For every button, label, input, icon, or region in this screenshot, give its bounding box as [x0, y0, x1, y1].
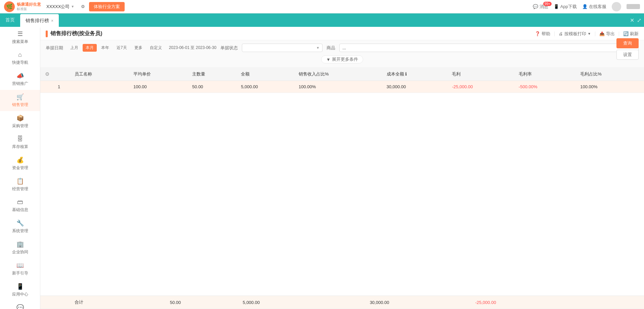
export-button[interactable]: 📤 导出 — [599, 31, 615, 37]
col-avg-price: 平均单价 — [129, 68, 188, 81]
col-cost-amount: 成本全额 ℹ — [383, 68, 448, 81]
tab-bar: 首页 销售排行榜 × ✕ ⤢ — [0, 13, 644, 27]
col-gross-margin: 毛利率 — [515, 68, 576, 81]
query-button[interactable]: 查询 — [616, 38, 639, 48]
service-icon: 👤 — [582, 4, 588, 9]
col-settings[interactable]: ⚙ — [40, 68, 54, 81]
rankings-table: ⚙ 员工名称 平均单价 主数量 全额 销售收入占比% 成本全额 ℹ 毛利 — [40, 68, 644, 93]
table-footer: 合计 50.00 5,000.00 30,000.00 -25,000.00 — [40, 296, 644, 309]
row-settings — [40, 81, 54, 93]
try-industry-button[interactable]: 体验行业方案 — [89, 2, 125, 11]
template-print-button[interactable]: 🖨 按模板打印 ▼ — [559, 31, 591, 37]
top-right-actions: 💬 消息 99+ 📱 App下载 👤 在线客服 — [533, 2, 640, 11]
guide-icon: 📖 — [16, 262, 24, 269]
expand-button[interactable]: ▼ 展开更多条件 — [321, 55, 363, 63]
basic-info-icon: 🗃 — [17, 199, 23, 206]
footer-settings-cell — [40, 296, 54, 309]
sidebar-item-purchase[interactable]: 📦 采购管理 — [0, 111, 40, 132]
message-button[interactable]: 💬 消息 99+ — [533, 4, 548, 10]
sidebar-item-marketing[interactable]: 📣 营销推广 — [0, 69, 40, 90]
status-label: 单据状态 — [220, 45, 238, 51]
sidebar-item-search[interactable]: ☰ 搜索菜单 — [0, 27, 40, 48]
footer-table: 合计 50.00 5,000.00 30,000.00 -25,000.00 — [40, 296, 644, 309]
inventory-icon: 🗄 — [17, 136, 23, 143]
cell-avg-price: 100.00 — [129, 81, 188, 93]
sidebar-item-sales[interactable]: 🛒 销售管理 — [0, 90, 40, 111]
avatar[interactable] — [612, 2, 621, 11]
user-name — [627, 4, 640, 9]
sidebar-item-inventory[interactable]: 🗄 库存核算 — [0, 132, 40, 153]
goods-label: 商品 — [327, 45, 335, 51]
operations-icon: 📋 — [16, 177, 24, 185]
col-name: 员工名称 — [71, 68, 129, 81]
tab-close-icon[interactable]: × — [51, 18, 53, 23]
status-placeholder — [245, 45, 246, 50]
cell-gross-margin: -500.00% — [515, 81, 576, 93]
main-layout: ☰ 搜索菜单 ⌂ 快捷导航 📣 营销推广 🛒 销售管理 📦 采购管理 🗄 库存核… — [0, 27, 644, 309]
sidebar-item-enterprise[interactable]: 🏢 企业协同 — [0, 237, 40, 258]
date-tab-custom[interactable]: 自定义 — [147, 44, 165, 52]
date-tab-more[interactable]: 更多 — [131, 44, 145, 52]
settings-icon[interactable]: ⚙ — [80, 3, 86, 10]
cell-rank: 1 — [54, 81, 71, 93]
cell-name — [71, 81, 129, 93]
app-download-button[interactable]: 📱 App下载 — [554, 4, 577, 10]
chevron-down-icon: ▼ — [588, 32, 591, 36]
refresh-button[interactable]: 🔄 刷新 — [623, 31, 639, 37]
sidebar-item-finance[interactable]: 💰 资金管理 — [0, 153, 40, 174]
date-label: 单据日期 — [46, 45, 63, 51]
col-rank — [54, 68, 71, 81]
tab-sales-ranking[interactable]: 销售排行榜 × — [20, 14, 59, 28]
online-service-button[interactable]: 👤 在线客服 — [582, 4, 606, 10]
status-select[interactable]: ▼ — [242, 44, 323, 52]
marketing-icon: 📣 — [16, 72, 24, 80]
help-button[interactable]: ❓ 帮助 — [535, 31, 550, 37]
window-close-icon[interactable]: ✕ — [630, 17, 634, 23]
tab-home[interactable]: 首页 — [0, 13, 20, 27]
date-tab-last-month[interactable]: 上月 — [67, 44, 81, 52]
sidebar-item-app-center[interactable]: 📱 应用中心 — [0, 279, 40, 301]
divider — [554, 32, 555, 36]
logo-icon: 🌿 — [4, 1, 15, 12]
col-sales-ratio: 销售收入占比% — [295, 68, 383, 81]
goods-placeholder: ... — [342, 45, 346, 50]
finance-icon: 💰 — [16, 156, 24, 164]
sidebar-item-operations[interactable]: 📋 经营管理 — [0, 174, 40, 195]
date-tab-current-year[interactable]: 本年 — [98, 44, 112, 52]
sidebar-item-system[interactable]: 🔧 系统管理 — [0, 216, 40, 237]
page-actions: ❓ 帮助 🖨 按模板打印 ▼ 📤 导出 — [535, 31, 639, 37]
footer-sales-ratio-empty — [335, 296, 366, 309]
col-gross-profit: 毛利 — [448, 68, 514, 81]
refresh-icon: 🔄 — [623, 31, 629, 36]
cell-amount: 5,000.00 — [237, 81, 295, 93]
cell-gross-profit: -25,000.00 — [448, 81, 514, 93]
filter-row-1: 单据日期 上月 本月 本年 近7天 更多 自定义 2023-06-01 至 20… — [46, 44, 639, 52]
company-selector[interactable]: XXXXX公司 ▼ — [44, 2, 77, 11]
cell-gross-ratio: 100.00% — [576, 81, 644, 93]
footer-gross-profit: -25,000.00 — [471, 296, 582, 309]
col-amount: 全额 — [237, 68, 295, 81]
col-quantity: 主数量 — [188, 68, 237, 81]
tab-bar-right: ✕ ⤢ — [630, 17, 644, 23]
title-accent — [46, 31, 48, 37]
top-bar: 🌿 畅康通好生意 标准版 XXXXX公司 ▼ ⚙ 体验行业方案 💬 消息 99+… — [0, 0, 644, 13]
table-settings-button[interactable]: 设置 — [616, 50, 639, 60]
date-tab-current-month[interactable]: 本月 — [83, 44, 97, 52]
goods-select[interactable]: ... — [339, 44, 639, 52]
filter-action-buttons: 查询 设置 — [616, 38, 639, 60]
date-range-text: 2023-06-01 至 2023-06-30 — [169, 45, 216, 51]
enterprise-icon: 🏢 — [16, 241, 24, 248]
sidebar-item-guide[interactable]: 📖 新手引导 — [0, 258, 40, 279]
sidebar-item-wechat[interactable]: 💬 企业微信 — [0, 301, 40, 309]
divider3 — [619, 32, 619, 36]
logo[interactable]: 🌿 畅康通好生意 标准版 — [4, 1, 41, 12]
footer-label: 合计 — [71, 296, 135, 309]
page-title: 销售排行榜(按业务员) — [50, 30, 102, 37]
purchase-icon: 📦 — [16, 114, 24, 122]
window-maximize-icon[interactable]: ⤢ — [637, 17, 641, 23]
table-row: 1 100.00 50.00 5,000.00 100.00% 30,000.0… — [40, 81, 644, 93]
table-wrapper: ⚙ 员工名称 平均单价 主数量 全额 销售收入占比% 成本全额 ℹ 毛利 — [40, 68, 644, 296]
sidebar-item-quick-nav[interactable]: ⌂ 快捷导航 — [0, 48, 40, 69]
sidebar-item-basic-info[interactable]: 🗃 基础信息 — [0, 195, 40, 216]
date-tab-last-7-days[interactable]: 近7天 — [114, 44, 130, 52]
